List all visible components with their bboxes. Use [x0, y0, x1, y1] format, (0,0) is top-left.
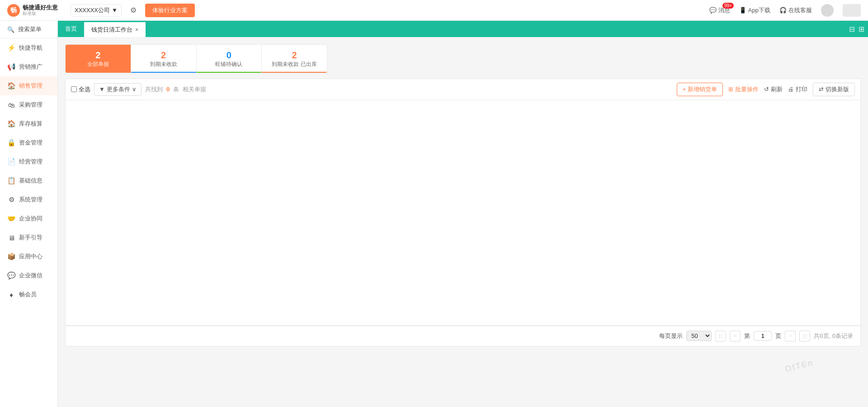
print-label: 打印 [796, 85, 807, 94]
guide-icon: 🖥 [7, 234, 15, 242]
page-size-select[interactable]: 50 10 20 100 [686, 331, 712, 341]
tab-home[interactable]: 首页 [58, 21, 84, 37]
stats-tabs: 2 全部单据 2 到期未收款 0 旺辅待确认 2 到期未收款 已出库 [65, 44, 327, 73]
enterprise-icon: 🤝 [7, 215, 15, 223]
quick-nav-icon: ⚡ [7, 44, 15, 52]
tab-minimize-icon[interactable]: ⊟ [849, 25, 855, 33]
stat-tab-shipped[interactable]: 2 到期未收款 已出库 [262, 45, 327, 73]
per-page-label: 每页显示 [659, 332, 683, 340]
search-icon: 🔍 [7, 26, 14, 33]
sidebar-label-purchase: 采购管理 [19, 101, 42, 109]
sidebar-item-inventory[interactable]: 🏠 库存核算 [0, 114, 57, 133]
stat-tab-overdue[interactable]: 2 到期未收款 [131, 45, 197, 73]
table-area [65, 100, 861, 326]
search-menu-label: 搜索菜单 [18, 25, 42, 33]
next-page-button[interactable]: ＞ [785, 331, 796, 342]
overdue-indicator [131, 72, 196, 73]
stat-number-shipped: 2 [269, 49, 320, 61]
batch-operation-button[interactable]: ⊞ 批量操作 [728, 85, 759, 94]
sidebar-item-marketing[interactable]: 📢 营销推广 [0, 57, 57, 76]
filter-button[interactable]: ▼ 更多条件 ∨ [94, 83, 142, 96]
pending-indicator [197, 72, 262, 73]
trial-button[interactable]: 体验行业方案 [145, 4, 195, 17]
sidebar-label-quick-nav: 快捷导航 [19, 44, 42, 52]
shipped-indicator [262, 72, 327, 73]
settings-icon[interactable]: ⚙ [127, 4, 140, 17]
sidebar-label-enterprise: 企业协同 [19, 215, 42, 223]
stat-number-all: 2 [73, 49, 123, 61]
toolbar: 全选 ▼ 更多条件 ∨ 共找到 0 条 相关单据 + 新增销货单 ⊞ 批量操作 … [65, 79, 861, 100]
sidebar-item-guide[interactable]: 🖥 新手引导 [0, 228, 57, 247]
sidebar-item-member[interactable]: ♦ 畅会员 [0, 285, 57, 304]
sidebar-label-app-center: 应用中心 [19, 253, 42, 261]
sidebar-item-wechat[interactable]: 💬 企业微信 [0, 266, 57, 285]
chevron-down-icon: ▼ [112, 7, 118, 14]
tab-bar: 首页 钱货日清工作台 × ⊟ ⊞ [58, 21, 868, 37]
sidebar-label-finance: 资金管理 [19, 139, 42, 147]
company-selector[interactable]: XXXXXX公司 ▼ [71, 4, 122, 17]
pagination: 每页显示 50 10 20 100 ⟨⟨ ＜ 第 页 ＞ ⟩⟩ 共0页, 0条记… [65, 326, 861, 346]
select-all-checkbox[interactable]: 全选 [71, 85, 90, 94]
switch-version-button[interactable]: ⇄ 切换新版 [813, 83, 855, 96]
last-page-button[interactable]: ⟩⟩ [799, 331, 810, 342]
found-suffix: 相关单据 [183, 85, 206, 94]
new-sale-button[interactable]: + 新增销货单 [677, 83, 723, 96]
sidebar-search[interactable]: 🔍 搜索菜单 [0, 21, 57, 38]
refresh-button[interactable]: ↺ 刷新 [764, 85, 783, 94]
message-icon: 💬 [709, 7, 717, 14]
prev-page-button[interactable]: ＜ [730, 331, 741, 342]
online-service-action[interactable]: 🎧 在线客服 [779, 6, 812, 14]
headset-icon: 🎧 [779, 7, 787, 14]
logo-title: 畅捷通好生意 [23, 4, 58, 11]
content-inner: 2 全部单据 2 到期未收款 0 旺辅待确认 2 到期未收款 已出库 [58, 37, 868, 407]
filter-chevron-icon: ∨ [132, 86, 137, 93]
header-left: 畅 畅捷通好生意 标准版 XXXXXX公司 ▼ ⚙ 体验行业方案 [7, 4, 195, 17]
sidebar-label-member: 畅会员 [19, 290, 37, 299]
print-icon: 🖨 [788, 86, 794, 93]
app-download-action[interactable]: 📱 App下载 [739, 6, 770, 14]
sidebar-item-system[interactable]: ⚙ 系统管理 [0, 190, 57, 209]
user-name-area[interactable] [843, 4, 861, 17]
message-action[interactable]: 💬 消息 99+ [709, 6, 730, 14]
logo-icon: 畅 [7, 4, 20, 17]
sidebar-item-purchase[interactable]: 🛍 采购管理 [0, 95, 57, 114]
inventory-icon: 🏠 [7, 120, 15, 128]
sidebar-label-operations: 经营管理 [19, 158, 42, 166]
sidebar-label-sales: 销售管理 [19, 82, 42, 90]
sidebar-item-quick-nav[interactable]: ⚡ 快捷导航 [0, 38, 57, 57]
batch-icon: ⊞ [728, 86, 733, 93]
tab-workbench[interactable]: 钱货日清工作台 × [84, 21, 146, 37]
main-content: 2 全部单据 2 到期未收款 0 旺辅待确认 2 到期未收款 已出库 [58, 37, 868, 407]
refresh-label: 刷新 [771, 85, 783, 94]
sidebar-item-finance[interactable]: 🔒 资金管理 [0, 133, 57, 152]
sidebar-label-wechat: 企业微信 [19, 271, 42, 280]
sidebar-label-system: 系统管理 [19, 196, 42, 204]
switch-label: 切换新版 [826, 85, 849, 94]
select-all-label: 全选 [79, 85, 90, 94]
filter-icon: ▼ [99, 86, 105, 93]
select-all-input[interactable] [71, 86, 77, 92]
purchase-icon: 🛍 [7, 101, 15, 109]
sidebar-item-app-center[interactable]: 📦 应用中心 [0, 247, 57, 266]
sidebar-item-enterprise[interactable]: 🤝 企业协同 [0, 209, 57, 228]
stat-tab-all[interactable]: 2 全部单据 [66, 45, 131, 73]
page-input[interactable] [754, 331, 772, 341]
avatar[interactable] [821, 4, 834, 17]
finance-icon: 🔒 [7, 139, 15, 147]
found-prefix: 共找到 [145, 85, 163, 94]
stat-label-shipped: 到期未收款 已出库 [269, 61, 320, 68]
tab-close-icon[interactable]: × [135, 27, 138, 33]
found-count: 0 [166, 86, 170, 93]
print-button[interactable]: 🖨 打印 [788, 85, 807, 94]
tab-maximize-icon[interactable]: ⊞ [859, 25, 864, 33]
sidebar-item-basic-info[interactable]: 📋 基础信息 [0, 171, 57, 190]
member-icon: ♦ [7, 291, 15, 299]
switch-icon: ⇄ [819, 86, 824, 93]
page-word: 第 [744, 332, 750, 340]
message-badge: 99+ [722, 3, 734, 9]
stat-tab-pending[interactable]: 0 旺辅待确认 [197, 45, 262, 73]
sidebar-item-sales[interactable]: 🏠 销售管理 [0, 76, 57, 95]
sidebar-item-operations[interactable]: 📄 经营管理 [0, 152, 57, 171]
first-page-button[interactable]: ⟨⟨ [715, 331, 726, 342]
logo-area: 畅 畅捷通好生意 标准版 [7, 4, 65, 17]
